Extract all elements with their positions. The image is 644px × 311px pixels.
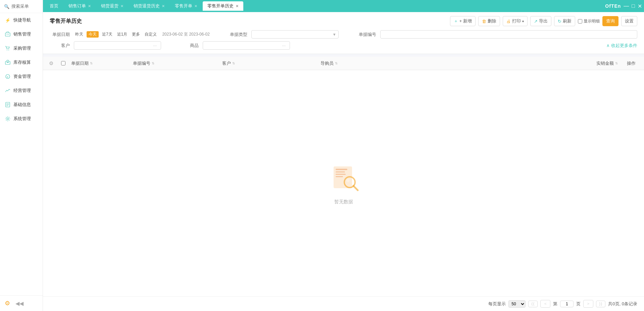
search-btn[interactable]: 🔍 搜索采单 [0, 0, 43, 13]
tab-sales-return-history-close[interactable]: ✕ [162, 4, 165, 8]
customer-select[interactable]: ··· [74, 41, 161, 50]
sidebar-item-inventory[interactable]: 库存核算 [0, 55, 43, 69]
sidebar-item-label: 销售管理 [13, 31, 31, 37]
add-icon: ＋ [454, 18, 458, 24]
add-button[interactable]: ＋ + 新增 [450, 16, 476, 26]
th-number-sort[interactable]: ⇅ [152, 61, 154, 65]
th-customer-label: 客户 [222, 60, 231, 66]
sales-icon [5, 31, 11, 37]
footer-settings-icon[interactable]: ⚙ [5, 300, 10, 307]
page-input[interactable] [560, 301, 574, 307]
tab-sales-return-label: 销货退货 [101, 3, 118, 9]
th-guide-sort[interactable]: ⇅ [335, 61, 338, 65]
th-action-label: 操作 [627, 60, 636, 66]
shortcut-1month[interactable]: 近1月 [116, 31, 129, 38]
th-settings[interactable]: ⚙ [46, 58, 58, 69]
tab-retail-open-label: 零售开单 [175, 3, 192, 9]
tab-retail-open[interactable]: 零售开单 ✕ [170, 1, 202, 11]
window-minimize[interactable]: — [624, 3, 629, 9]
number-input[interactable] [380, 30, 637, 39]
shortcut-yesterday[interactable]: 昨天 [74, 31, 85, 38]
export-icon: ↗ [534, 19, 538, 24]
goods-select[interactable]: ··· [203, 41, 290, 50]
display-detail-input[interactable] [578, 19, 582, 23]
tab-sales-return-history-label: 销货退货历史 [134, 3, 160, 9]
sidebar-item-label: 资金管理 [13, 73, 31, 80]
svg-text:¥: ¥ [7, 76, 8, 78]
shortcut-more[interactable]: 更多 [131, 31, 141, 38]
sidebar-item-basic-info[interactable]: 基础信息 [0, 98, 43, 112]
empty-illustration [327, 161, 360, 195]
page-label: 第 [553, 301, 557, 307]
sidebar-item-label: 基础信息 [13, 102, 31, 108]
sidebar-item-quick-nav[interactable]: ⚡ 快捷导航 [0, 13, 43, 27]
th-customer-sort[interactable]: ⇅ [232, 61, 235, 65]
first-page-btn[interactable]: ⟨⟨ [528, 301, 538, 307]
refresh-button[interactable]: ↻ 刷新 [554, 16, 575, 26]
tab-sales-return-close[interactable]: ✕ [120, 4, 123, 8]
tab-home[interactable]: 首页 [45, 1, 63, 11]
export-button[interactable]: ↗ 导出 [530, 16, 551, 26]
select-all-checkbox[interactable] [61, 61, 65, 65]
date-label: 单据日期 [50, 32, 70, 38]
tab-sales-order[interactable]: 销售订单 ✕ [64, 1, 96, 11]
sidebar-item-sales[interactable]: 销售管理 [0, 27, 43, 41]
sidebar-item-system[interactable]: 系统管理 [0, 112, 43, 126]
date-shortcuts: 昨天 今天 近7天 近1月 更多 自定义 [74, 31, 158, 38]
shortcut-7days[interactable]: 近7天 [101, 31, 114, 38]
delete-button[interactable]: 🗑 删除 [478, 16, 500, 26]
tab-retail-open-history-close[interactable]: ✕ [236, 4, 239, 8]
shortcut-today[interactable]: 今天 [87, 31, 99, 38]
search-label: 搜索采单 [11, 3, 29, 9]
sidebar-item-purchase[interactable]: 采购管理 [0, 41, 43, 55]
settings-button[interactable]: 设置 [621, 16, 637, 26]
window-close[interactable]: ✕ [638, 3, 642, 9]
print-button[interactable]: 🖨 打印 ▾ [503, 16, 528, 26]
svg-point-10 [7, 118, 9, 120]
th-spacer [379, 61, 568, 66]
th-customer[interactable]: 客户 ⇅ [219, 58, 317, 69]
tab-sales-return[interactable]: 销货退货 ✕ [96, 1, 128, 11]
empty-state: 暂无数据 [43, 70, 644, 296]
print-dropdown-icon: ▾ [522, 19, 524, 23]
sidebar-item-operations[interactable]: 经营管理 [0, 84, 43, 98]
page-size-select[interactable]: 20 50 100 200 [508, 300, 526, 308]
tab-home-label: 首页 [50, 3, 58, 9]
th-number[interactable]: 单据编号 ⇅ [130, 58, 219, 69]
prev-page-btn[interactable]: ＜ [540, 300, 550, 308]
collapse-button[interactable]: ∧ 收起更多条件 [606, 43, 637, 49]
svg-point-18 [346, 179, 350, 182]
th-guide[interactable]: 导购员 ⇅ [317, 58, 379, 69]
goods-ellipsis: ··· [282, 43, 286, 48]
th-amount-sort[interactable]: ⇅ [615, 61, 618, 65]
th-date[interactable]: 单据日期 ⇅ [68, 58, 130, 69]
col-settings-btn[interactable]: ⚙ [49, 60, 53, 66]
main-area: 首页 销售订单 ✕ 销货退货 ✕ 销货退货历史 ✕ 零售开单 ✕ 零售开单历史 … [43, 0, 644, 311]
svg-rect-6 [7, 62, 9, 63]
tab-retail-open-close[interactable]: ✕ [194, 4, 197, 8]
type-select[interactable]: ▾ [251, 30, 339, 39]
tab-bar-right: OfTEn — □ ✕ [605, 3, 642, 9]
th-checkbox[interactable] [58, 58, 68, 68]
tab-sales-order-close[interactable]: ✕ [88, 4, 91, 8]
goods-label: 商品 [179, 43, 199, 49]
sidebar-item-finance[interactable]: ¥ 资金管理 [0, 69, 43, 84]
tab-retail-open-history[interactable]: 零售开单历史 ✕ [203, 1, 243, 11]
sidebar-item-label: 快捷导航 [13, 17, 31, 23]
empty-text: 暂无数据 [334, 199, 353, 205]
date-range-value: 2023-06-02 至 2023-06-02 [162, 32, 209, 37]
shortcut-custom[interactable]: 自定义 [143, 31, 158, 38]
type-label: 单据类型 [227, 32, 247, 38]
th-amount[interactable]: 实销金额 ⇅ [569, 58, 622, 69]
footer-collapse-icon[interactable]: ◀◀ [15, 300, 23, 307]
query-button[interactable]: 查询 [602, 16, 618, 26]
last-page-btn[interactable]: ⟩⟩ [596, 301, 605, 307]
display-detail-checkbox[interactable]: 显示明细 [578, 18, 600, 24]
window-maximize[interactable]: □ [632, 3, 635, 9]
collapse-label: 收起更多条件 [611, 43, 637, 49]
table-header: ⚙ 单据日期 ⇅ 单据编号 ⇅ 客户 ⇅ 导购员 [43, 57, 644, 70]
svg-rect-5 [5, 61, 10, 64]
th-date-sort[interactable]: ⇅ [90, 61, 93, 65]
tab-sales-return-history[interactable]: 销货退货历史 ✕ [129, 1, 169, 11]
next-page-btn[interactable]: ＞ [583, 300, 593, 308]
